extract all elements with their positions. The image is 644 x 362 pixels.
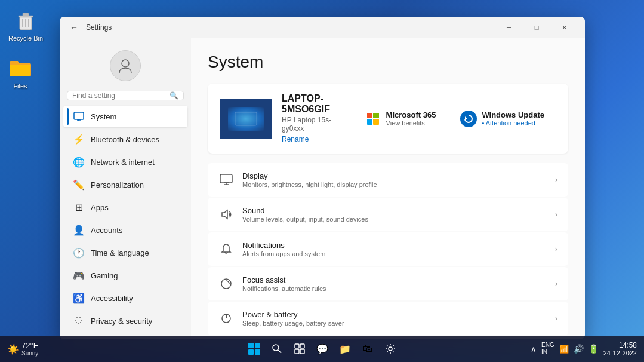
- files-icon[interactable]: Files: [6, 54, 35, 92]
- window-title: Settings: [86, 23, 495, 32]
- notifications-text: Notifications Alerts from apps and syste…: [242, 241, 547, 257]
- power-chevron: ›: [555, 314, 557, 323]
- time-icon: 🕐: [73, 247, 85, 259]
- ms365-icon: [365, 111, 381, 127]
- rename-link[interactable]: Rename: [282, 135, 309, 143]
- sidebar-item-personalization[interactable]: ✏️ Personalization: [63, 174, 187, 195]
- avatar-container: [60, 43, 191, 91]
- recycle-bin-icon[interactable]: Recycle Bin: [6, 6, 45, 44]
- task-view-button[interactable]: [289, 338, 310, 360]
- sidebar-item-system-label: System: [91, 112, 116, 121]
- accessibility-icon: ♿: [73, 292, 85, 304]
- system-tray: ∧: [531, 345, 537, 354]
- taskbar: ☀️ 72°F Sunny: [0, 336, 644, 362]
- title-bar: ← Settings ─ □ ✕: [60, 17, 585, 38]
- window-controls: ─ □ ✕: [495, 18, 578, 37]
- svg-rect-7: [74, 112, 84, 119]
- gaming-icon: 🎮: [73, 269, 85, 281]
- notifications-icon: [218, 241, 234, 257]
- file-explorer-button[interactable]: 📁: [334, 338, 356, 360]
- sidebar-item-time[interactable]: 🕐 Time & language: [63, 242, 187, 263]
- tray-up-icon[interactable]: ∧: [531, 345, 537, 354]
- settings-item-notifications[interactable]: Notifications Alerts from apps and syste…: [208, 232, 568, 266]
- sidebar-item-personalization-label: Personalization: [91, 180, 144, 189]
- sidebar-item-system[interactable]: System: [63, 106, 187, 127]
- settings-taskbar-button[interactable]: [380, 338, 401, 360]
- search-input[interactable]: [72, 91, 166, 100]
- minimize-button[interactable]: ─: [495, 18, 523, 37]
- sound-text: Sound Volume levels, output, input, soun…: [242, 206, 547, 223]
- device-model: HP Laptop 15s-gy0xxx: [282, 116, 343, 133]
- sidebar-item-apps-label: Apps: [91, 203, 109, 212]
- sound-chevron: ›: [555, 210, 557, 219]
- battery-icon[interactable]: 🔋: [588, 344, 599, 354]
- settings-item-display[interactable]: Display Monitors, brightness, night ligh…: [208, 163, 568, 197]
- bluetooth-icon: ⚡: [73, 133, 85, 145]
- chat-button[interactable]: 💬: [312, 338, 333, 360]
- network-icon: 🌐: [73, 156, 85, 168]
- sidebar-item-network-label: Network & internet: [91, 158, 155, 167]
- device-card: LAPTOP-5MSO6GIF HP Laptop 15s-gy0xxx Ren…: [208, 84, 568, 154]
- laptop-preview: [220, 99, 272, 139]
- settings-item-sound[interactable]: Sound Volume levels, output, input, soun…: [208, 198, 568, 231]
- sidebar-item-gaming-label: Gaming: [91, 271, 118, 280]
- windows-update-shortcut[interactable]: Windows Update • Attention needed: [448, 111, 556, 127]
- svg-rect-29: [300, 349, 304, 354]
- device-info: LAPTOP-5MSO6GIF HP Laptop 15s-gy0xxx Ren…: [282, 93, 343, 144]
- taskbar-center: 💬 📁 🛍: [244, 338, 401, 360]
- sidebar-item-accessibility[interactable]: ♿ Accessibility: [63, 287, 187, 309]
- ms365-text: Microsoft 365 View benefits: [386, 111, 436, 127]
- device-name: LAPTOP-5MSO6GIF: [282, 93, 343, 115]
- taskbar-right: ∧ ENGIN 📶 🔊 🔋 14:58 24-12-2022: [531, 341, 637, 357]
- display-chevron: ›: [555, 176, 557, 184]
- weather-widget[interactable]: ☀️ 72°F Sunny: [7, 341, 38, 357]
- locale-indicator[interactable]: ENGIN: [541, 342, 554, 356]
- start-button[interactable]: [244, 338, 265, 360]
- sidebar-item-accounts-label: Accounts: [91, 226, 122, 235]
- personalization-icon: ✏️: [73, 179, 85, 191]
- sidebar-item-gaming[interactable]: 🎮 Gaming: [63, 265, 187, 286]
- wifi-icon[interactable]: 📶: [559, 345, 569, 354]
- settings-item-power[interactable]: Power & battery Sleep, battery usage, ba…: [208, 302, 568, 335]
- page-title: System: [208, 53, 568, 72]
- ms365-shortcut[interactable]: Microsoft 365 View benefits: [353, 111, 448, 127]
- main-content: System LAPTOP-5MSO6GIF HP Laptop 15s-gy0…: [191, 38, 585, 339]
- sound-icon: [218, 207, 234, 222]
- settings-window: ← Settings ─ □ ✕ 🔍: [60, 17, 585, 339]
- weather-condition: Sunny: [21, 350, 38, 357]
- search-icon: 🔍: [170, 91, 178, 100]
- sidebar-item-privacy[interactable]: 🛡 Privacy & security: [63, 310, 187, 332]
- svg-rect-2: [23, 13, 29, 16]
- avatar[interactable]: [110, 50, 141, 81]
- sidebar-item-privacy-label: Privacy & security: [91, 317, 152, 326]
- power-icon: [218, 311, 234, 326]
- device-shortcuts: Microsoft 365 View benefits Window: [353, 111, 556, 127]
- windows-update-icon: [460, 111, 477, 127]
- sidebar-item-apps[interactable]: ⊞ Apps: [63, 197, 187, 218]
- svg-marker-12: [465, 116, 467, 119]
- sidebar-item-accessibility-label: Accessibility: [91, 294, 133, 303]
- search-taskbar-button[interactable]: [266, 338, 288, 360]
- windows-update-text: Windows Update • Attention needed: [482, 111, 544, 127]
- search-box[interactable]: 🔍: [67, 91, 184, 100]
- focus-icon: [218, 276, 234, 292]
- sidebar-item-network[interactable]: 🌐 Network & internet: [63, 151, 187, 173]
- back-button[interactable]: ←: [67, 20, 81, 35]
- focus-chevron: ›: [555, 280, 557, 288]
- close-button[interactable]: ✕: [550, 18, 578, 37]
- sidebar-item-bluetooth[interactable]: ⚡ Bluetooth & devices: [63, 128, 187, 150]
- settings-item-focus[interactable]: Focus assist Notifications, automatic ru…: [208, 267, 568, 300]
- clock[interactable]: 14:58 24-12-2022: [603, 341, 637, 357]
- svg-line-25: [278, 350, 281, 353]
- store-button[interactable]: 🛍: [357, 338, 378, 360]
- sidebar-item-accounts[interactable]: 👤 Accounts: [63, 219, 187, 241]
- svg-rect-28: [295, 349, 299, 354]
- maximize-button[interactable]: □: [523, 18, 550, 37]
- svg-point-24: [273, 345, 279, 351]
- power-text: Power & battery Sleep, battery usage, ba…: [242, 310, 547, 327]
- sidebar: 🔍 System ⚡ Bluetooth & devices: [60, 38, 191, 339]
- svg-rect-11: [235, 112, 257, 125]
- taskbar-left: ☀️ 72°F Sunny: [7, 341, 38, 357]
- volume-icon[interactable]: 🔊: [574, 344, 584, 354]
- system-icon: [73, 111, 85, 122]
